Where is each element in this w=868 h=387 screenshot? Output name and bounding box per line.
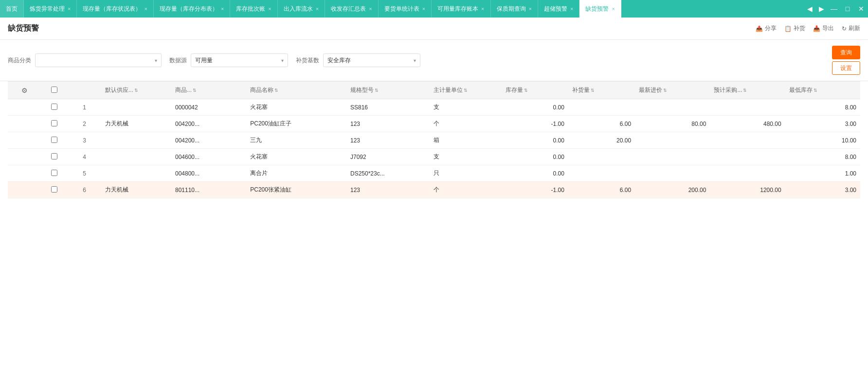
main-content: 缺货预警 📤 分享 📋 补货 📥 导出 ↻ 刷新 商品分类 xyxy=(0,18,868,387)
row-checkbox-cell[interactable] xyxy=(41,149,68,165)
select-all-checkbox[interactable] xyxy=(51,87,57,93)
window-maximize-btn[interactable]: □ xyxy=(841,0,854,18)
row-checkbox-1[interactable] xyxy=(51,120,57,126)
datasource-select[interactable]: 可用量 ▾ xyxy=(191,53,288,67)
col-header-code[interactable]: 商品...⇅ xyxy=(171,82,246,99)
tab-close-stock-dist[interactable]: × xyxy=(221,6,224,12)
window-minimize-btn[interactable]: — xyxy=(827,0,841,18)
tab-label-expiry-query: 保质期查询 xyxy=(497,5,526,13)
tab-item-batch-account[interactable]: 库存批次账× xyxy=(230,0,277,18)
row-checkbox-0[interactable] xyxy=(51,104,57,110)
tab-item-home[interactable]: 首页 xyxy=(0,0,24,18)
col-header-checkbox[interactable] xyxy=(41,82,68,99)
col-header-minstock[interactable]: 最低库存⇅ xyxy=(785,82,860,99)
category-select-arrow-icon: ▾ xyxy=(155,58,157,63)
row-name-cell: 火花塞 xyxy=(246,149,346,165)
row-estimated-cell xyxy=(710,99,785,116)
col-header-stock[interactable]: 库存量⇅ xyxy=(502,82,568,99)
tab-item-shortage[interactable]: 缺货预警× xyxy=(579,0,621,18)
tab-close-overstock[interactable]: × xyxy=(570,6,573,12)
share-action[interactable]: 📤 分享 xyxy=(756,24,777,33)
col-header-price[interactable]: 最新进价⇅ xyxy=(635,82,710,99)
row-spec-cell: DS250*23c... xyxy=(346,165,430,182)
refresh-action[interactable]: ↻ 刷新 xyxy=(842,24,860,33)
tab-close-available-ledger[interactable]: × xyxy=(481,6,484,12)
row-checkbox-4[interactable] xyxy=(51,170,57,176)
replenish-action[interactable]: 📋 补货 xyxy=(784,24,805,33)
refresh-label: 刷新 xyxy=(849,24,860,33)
tab-label-stock-status: 现存量（库存状况表） xyxy=(83,5,141,13)
datasource-label: 数据源 xyxy=(169,56,187,65)
row-index-cell: 3 xyxy=(68,132,101,149)
row-name-cell: PC200张紧油缸 xyxy=(246,182,346,198)
row-checkbox-cell[interactable] xyxy=(41,182,68,198)
tab-close-expiry-query[interactable]: × xyxy=(529,6,532,12)
page-header: 缺货预警 📤 分享 📋 补货 📥 导出 ↻ 刷新 xyxy=(0,18,868,40)
export-action[interactable]: 📥 导出 xyxy=(813,24,834,33)
tab-item-order-stats[interactable]: 要货单统计表× xyxy=(379,0,432,18)
row-stock-cell: 0.00 xyxy=(502,149,568,165)
tab-close-stock-status[interactable]: × xyxy=(144,6,147,12)
tab-item-available-ledger[interactable]: 可用量库存账本× xyxy=(432,0,490,18)
row-checkbox-cell[interactable] xyxy=(41,99,68,116)
supplier-sort-icon: ⇅ xyxy=(134,88,138,93)
export-icon: 📥 xyxy=(813,25,820,32)
tab-close-batch-account[interactable]: × xyxy=(268,6,271,12)
table-row: 4 004600... 火花塞 J7092 支 0.00 8.00 xyxy=(8,149,860,165)
price-sort-icon: ⇅ xyxy=(663,88,667,93)
table-row: 1 0000042 火花塞 SS816 支 0.00 8.00 xyxy=(8,99,860,116)
replenish-sort-icon: ⇅ xyxy=(591,88,595,93)
tab-close-order-stats[interactable]: × xyxy=(422,6,425,12)
row-index-cell: 1 xyxy=(68,99,101,116)
code-sort-icon: ⇅ xyxy=(193,88,197,93)
row-estimated-cell xyxy=(710,165,785,182)
name-col-label: 商品名称 xyxy=(250,86,273,94)
unit-col-label: 主计量单位 xyxy=(434,86,463,94)
tab-item-abnormal[interactable]: 炼货异常处理× xyxy=(24,0,77,18)
replenish-base-label: 补货基数 xyxy=(296,56,319,65)
row-checkbox-2[interactable] xyxy=(51,137,57,143)
col-header-index xyxy=(68,82,101,99)
tab-item-expiry-query[interactable]: 保质期查询× xyxy=(491,0,538,18)
col-header-spec[interactable]: 规格型号⇅ xyxy=(346,82,430,99)
replenish-base-select[interactable]: 安全库存 ▾ xyxy=(323,53,420,67)
tab-item-stock-dist[interactable]: 现存量（库存分布表）× xyxy=(154,0,230,18)
tab-close-collect-send[interactable]: × xyxy=(369,6,372,12)
col-header-supplier[interactable]: 默认供应...⇅ xyxy=(101,82,171,99)
row-checkbox-cell[interactable] xyxy=(41,116,68,132)
settings-button[interactable]: 设置 xyxy=(832,61,860,75)
tab-close-in-out-flow[interactable]: × xyxy=(316,6,319,12)
col-header-gear[interactable]: ⚙ xyxy=(8,82,41,99)
window-close-btn[interactable]: ✕ xyxy=(854,0,868,18)
tab-label-home: 首页 xyxy=(6,5,18,13)
row-supplier-cell xyxy=(101,149,171,165)
tab-close-abnormal[interactable]: × xyxy=(68,6,71,12)
row-spec-cell: 123 xyxy=(346,116,430,132)
estimated-col-label: 预计采购... xyxy=(714,86,742,94)
tab-item-collect-send[interactable]: 收发存汇总表× xyxy=(325,0,378,18)
col-header-estimated[interactable]: 预计采购...⇅ xyxy=(710,82,785,99)
datasource-filter-group: 数据源 可用量 ▾ xyxy=(169,53,288,67)
col-header-unit[interactable]: 主计量单位⇅ xyxy=(430,82,501,99)
col-header-replenish[interactable]: 补货量⇅ xyxy=(568,82,635,99)
col-header-name[interactable]: 商品名称⇅ xyxy=(246,82,346,99)
query-button[interactable]: 查询 xyxy=(832,46,860,59)
row-code-cell: 004600... xyxy=(171,149,246,165)
row-price-cell xyxy=(635,132,710,149)
category-select[interactable]: ▾ xyxy=(35,53,162,67)
tab-label-in-out-flow: 出入库流水 xyxy=(284,5,313,13)
tab-nav-prev[interactable]: ◀ xyxy=(804,0,815,18)
table-gear-icon[interactable]: ⚙ xyxy=(21,87,28,94)
tab-close-shortage[interactable]: × xyxy=(612,6,615,12)
share-label: 分享 xyxy=(765,24,777,33)
tab-item-stock-status[interactable]: 现存量（库存状况表）× xyxy=(77,0,153,18)
row-checkbox-5[interactable] xyxy=(51,186,57,193)
tab-item-in-out-flow[interactable]: 出入库流水× xyxy=(278,0,325,18)
row-checkbox-3[interactable] xyxy=(51,153,57,159)
row-checkbox-cell[interactable] xyxy=(41,132,68,149)
tab-nav-next[interactable]: ▶ xyxy=(815,0,827,18)
spec-col-label: 规格型号 xyxy=(350,86,374,94)
row-checkbox-cell[interactable] xyxy=(41,165,68,182)
row-minstock-cell: 8.00 xyxy=(785,99,860,116)
tab-item-overstock[interactable]: 超储预警× xyxy=(538,0,579,18)
